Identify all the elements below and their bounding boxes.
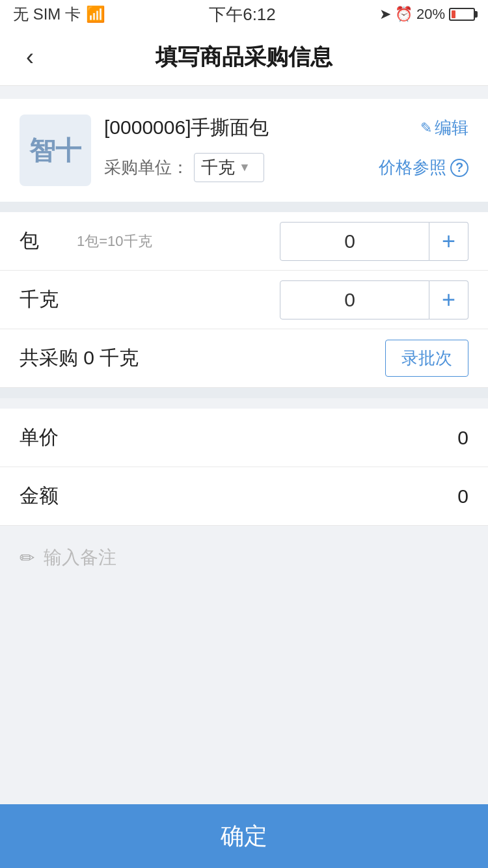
batch-button[interactable]: 录批次 (385, 340, 468, 377)
bao-label: 包 (20, 228, 72, 254)
bao-input-row: 包 1包=10千克 + (0, 212, 488, 271)
section-divider-1 (0, 202, 488, 212)
kg-plus-button[interactable]: + (429, 280, 468, 319)
product-card: 智十 [0000006]手撕面包 ✎ 编辑 采购单位： 千克 ▼ 价格参照 ? (0, 99, 488, 202)
info-icon: ? (450, 159, 468, 177)
amount-value: 0 (457, 485, 468, 508)
unit-row: 采购单位： 千克 ▼ 价格参照 ? (104, 153, 468, 182)
info-section: 单价 0 金额 0 (0, 409, 488, 526)
amount-row: 金额 0 (0, 467, 488, 526)
unit-price-value: 0 (457, 427, 468, 449)
battery-percent: 20% (416, 6, 445, 23)
no-sim-text: 无 SIM 卡 (13, 4, 81, 25)
location-icon: ➤ (379, 6, 391, 23)
edit-icon: ✎ (420, 120, 432, 137)
battery-icon (449, 8, 475, 21)
confirm-button[interactable]: 确定 (0, 804, 488, 868)
edit-label: 编辑 (435, 116, 468, 139)
remark-section[interactable]: ✏ 输入备注 (0, 526, 488, 590)
bao-input[interactable] (280, 222, 429, 261)
input-section: 包 1包=10千克 + 千克 + (0, 212, 488, 329)
price-ref-label: 价格参照 (379, 156, 446, 179)
product-name: [0000006]手撕面包 (104, 115, 269, 141)
price-ref-button[interactable]: 价格参照 ? (379, 156, 468, 179)
kg-input-wrapper: + (72, 280, 468, 319)
kg-input[interactable] (280, 280, 429, 319)
product-image-placeholder: 智十 (29, 133, 81, 169)
amount-label: 金额 (20, 483, 59, 509)
summary-text: 共采购 0 千克 (20, 345, 139, 372)
bao-input-wrapper: + (152, 222, 468, 261)
bao-sublabel: 1包=10千克 (77, 232, 152, 251)
product-name-row: [0000006]手撕面包 ✎ 编辑 (104, 115, 468, 141)
remark-placeholder: 输入备注 (44, 545, 116, 570)
product-image: 智十 (20, 115, 91, 186)
page-title: 填写商品采购信息 (156, 42, 332, 72)
nav-bar: ‹ 填写商品采购信息 (0, 29, 488, 86)
confirm-button-wrap: 确定 (0, 804, 488, 868)
status-right: ➤ ⏰ 20% (379, 6, 475, 23)
kg-input-row: 千克 + (0, 271, 488, 329)
wifi-icon: 📶 (86, 5, 105, 23)
unit-label-text: 采购单位： (104, 156, 189, 179)
pencil-icon: ✏ (20, 547, 34, 569)
unit-value: 千克 (201, 156, 235, 179)
alarm-icon: ⏰ (395, 6, 413, 23)
status-bar: 无 SIM 卡 📶 下午6:12 ➤ ⏰ 20% (0, 0, 488, 29)
dropdown-arrow-icon: ▼ (239, 161, 251, 174)
unit-price-label: 单价 (20, 424, 59, 451)
status-time: 下午6:12 (209, 3, 276, 26)
product-info: [0000006]手撕面包 ✎ 编辑 采购单位： 千克 ▼ 价格参照 ? (104, 115, 468, 182)
summary-row: 共采购 0 千克 录批次 (0, 329, 488, 388)
bottom-area (0, 590, 488, 785)
status-left: 无 SIM 卡 📶 (13, 4, 105, 25)
edit-button[interactable]: ✎ 编辑 (420, 116, 468, 139)
kg-label: 千克 (20, 286, 72, 313)
bao-plus-button[interactable]: + (429, 222, 468, 261)
unit-price-row: 单价 0 (0, 409, 488, 467)
section-divider-2 (0, 388, 488, 398)
unit-select[interactable]: 千克 ▼ (194, 153, 264, 182)
back-button[interactable]: ‹ (20, 37, 40, 77)
